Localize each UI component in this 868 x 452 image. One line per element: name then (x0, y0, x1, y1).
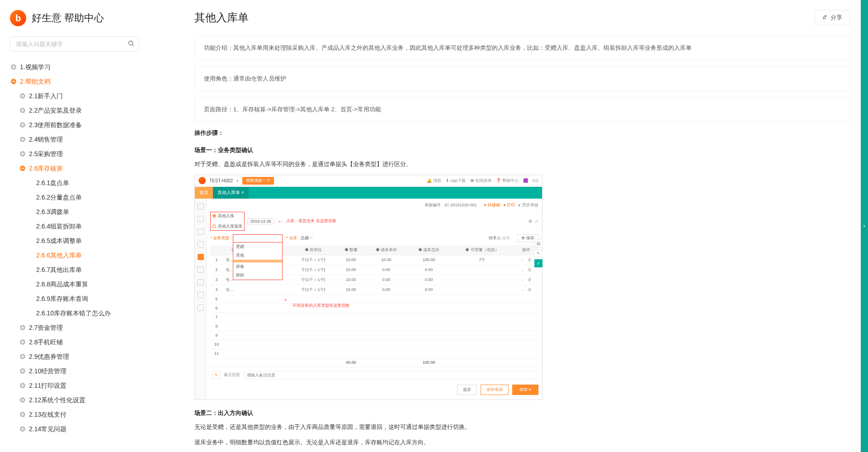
rail-icon[interactable] (198, 228, 204, 235)
table-header: ◆ 库存位 (290, 245, 337, 255)
nav-label: 2.5采购管理 (29, 149, 63, 158)
nav-item[interactable]: 2.6.7其他出库单 (10, 262, 139, 277)
save-draft-button[interactable]: 保存草稿 (481, 385, 509, 395)
nav-item[interactable]: 2.3使用前数据准备 (10, 118, 139, 132)
role-card: 使用角色：通常由仓管人员维护 (194, 66, 850, 91)
expand-icon (19, 396, 26, 404)
nav-item[interactable]: 2.14常见问题 (10, 422, 139, 436)
nav-item[interactable]: 2.9优惠券管理 (10, 349, 139, 364)
nav-label: 2.6.6其他入库单 (36, 251, 82, 260)
rail-icon[interactable] (198, 266, 204, 273)
nav-item[interactable]: 2.6.9库存账本查询 (10, 291, 139, 306)
table-row: 10 (210, 340, 538, 349)
remark-input[interactable] (244, 371, 537, 379)
expand-icon (19, 324, 26, 331)
rail-icon[interactable] (198, 279, 204, 285)
nav-item[interactable]: 1.视频学习 (10, 60, 139, 74)
dropdown-option[interactable]: 拆卸 (233, 271, 282, 280)
svg-rect-18 (22, 138, 23, 141)
nav-item[interactable]: 2.11打印设置 (10, 378, 139, 393)
nav-label: 2.10经营管理 (29, 366, 66, 376)
nav-item[interactable]: 2.6.6其他入库单 (10, 248, 139, 262)
tool-icon[interactable]: ⤢ (534, 259, 542, 267)
nav-item[interactable]: 2.6.5成本调整单 (10, 233, 139, 248)
share-button[interactable]: 分享 (815, 10, 850, 25)
app-top-link[interactable]: ❓ 帮助中心 (496, 178, 519, 184)
expand-icon (19, 353, 26, 360)
tool-icon[interactable]: ▤ (534, 239, 542, 247)
tool-icon[interactable]: ✎ (534, 249, 542, 257)
menu-home[interactable]: 首页 (195, 187, 213, 199)
nav-item[interactable]: 2.6.1盘点单 (10, 176, 139, 190)
nav-item[interactable]: 2.6.8商品成本重算 (10, 277, 139, 291)
save-button[interactable]: 保存 ▾ (512, 385, 538, 395)
biztype-dropdown[interactable]: 受赠其他拆装拆卸 (233, 234, 283, 243)
search-input[interactable] (10, 36, 139, 52)
menu-close-icon[interactable]: × (861, 0, 868, 452)
app-top-link[interactable]: ☎ 在线咨询 (470, 178, 492, 184)
doc-no-label: 单据编号 (425, 202, 441, 208)
nav-item[interactable]: 2.6.3调拨单 (10, 205, 139, 219)
rail-icon[interactable] (198, 203, 204, 209)
nav-item[interactable]: 2.4销售管理 (10, 132, 139, 147)
nav-item[interactable]: 2.帮助文档 (10, 74, 139, 89)
cancel-button[interactable]: 放弃 (457, 385, 477, 395)
nav-label: 2.6.7其他出库单 (36, 265, 82, 274)
brand: b 好生意 帮助中心 (10, 10, 139, 26)
radio-out[interactable]: 其他入库退库 (212, 224, 242, 229)
toolbar-link[interactable]: ● 快捷键 (484, 203, 500, 207)
toolbar-link[interactable]: ● 打印 (504, 203, 515, 207)
nav-item[interactable]: 2.6库存核算 (10, 161, 139, 176)
search-button[interactable] (126, 38, 137, 49)
app-screenshot: TEST-H002 ▾ 我要体验一下 🔔 消息⬇ App下载☎ 在线咨询❓ 帮助… (194, 175, 542, 400)
svg-rect-12 (22, 109, 23, 112)
nav-item[interactable]: 2.6.10库存账本错了怎么办 (10, 306, 139, 320)
brand-logo-icon: b (10, 10, 26, 26)
svg-rect-35 (22, 370, 23, 373)
nav-label: 2.6.1盘点单 (36, 178, 69, 187)
nav-item[interactable]: 2.6.2分量盘点单 (10, 190, 139, 205)
svg-rect-21 (22, 152, 23, 156)
expand-icon (19, 367, 26, 375)
svg-rect-23 (21, 168, 24, 169)
nav-item[interactable]: 2.12系统个性化设置 (10, 393, 139, 407)
nav-item[interactable]: 2.5采购管理 (10, 147, 139, 161)
nav-item[interactable]: 2.13在线支付 (10, 407, 139, 422)
nav-label: 2.2产品安装及登录 (29, 106, 82, 115)
nav-item[interactable]: 2.2产品安装及登录 (10, 103, 139, 118)
nav-item[interactable]: 2.8手机旺铺 (10, 335, 139, 349)
app-titlebar: TEST-H002 ▾ 我要体验一下 🔔 消息⬇ App下载☎ 在线咨询❓ 帮助… (195, 175, 542, 187)
menu-tab-active[interactable]: 其他入库单 × (213, 187, 249, 199)
nav-label: 2.6.5成本调整单 (36, 236, 82, 245)
dropdown-option[interactable]: 其他 (233, 251, 282, 260)
radio-in[interactable]: 其他入库 (212, 213, 242, 219)
nav-label: 2.14常见问题 (29, 424, 66, 433)
nav-label: 2.6.10库存账本错了怎么办 (36, 309, 111, 318)
biztype-label: * 业务类型 (210, 235, 229, 241)
rail-icon-active[interactable] (198, 254, 204, 260)
nav-item[interactable]: 2.10经营管理 (10, 364, 139, 378)
table-row: 9 (210, 331, 538, 340)
rail-icon[interactable] (198, 216, 204, 222)
toolbar-link[interactable]: ▸ 历史单据 (519, 203, 538, 207)
nav-item[interactable]: 2.7资金管理 (10, 320, 139, 335)
svg-rect-6 (12, 81, 15, 82)
dropdown-option[interactable]: 受赠 (233, 243, 282, 251)
avatar-icon[interactable]: 🟪 (523, 178, 528, 183)
rail-icon[interactable] (198, 292, 204, 298)
app-top-link[interactable]: ⬇ App下载 (446, 178, 466, 184)
nav-item[interactable]: 2.1新手入门 (10, 89, 139, 103)
svg-rect-15 (22, 124, 23, 127)
dropdown-option[interactable]: 拆装 (233, 262, 282, 271)
svg-point-0 (129, 41, 133, 45)
date-field[interactable]: 2019-12-26 (247, 218, 274, 224)
rail-icon[interactable] (198, 241, 204, 247)
handler-value: 送择 (502, 236, 510, 240)
search-icon (128, 40, 134, 48)
nav-item[interactable]: 2.6.4组装拆卸单 (10, 219, 139, 233)
app-top-link[interactable]: 🔔 消息 (427, 178, 441, 184)
promo-button[interactable]: 我要体验一下 (242, 177, 274, 185)
table-row: 11 (210, 349, 538, 358)
type-switch-box: 其他入库 其他入库退库 (210, 212, 245, 231)
rail-icon[interactable] (198, 305, 204, 311)
